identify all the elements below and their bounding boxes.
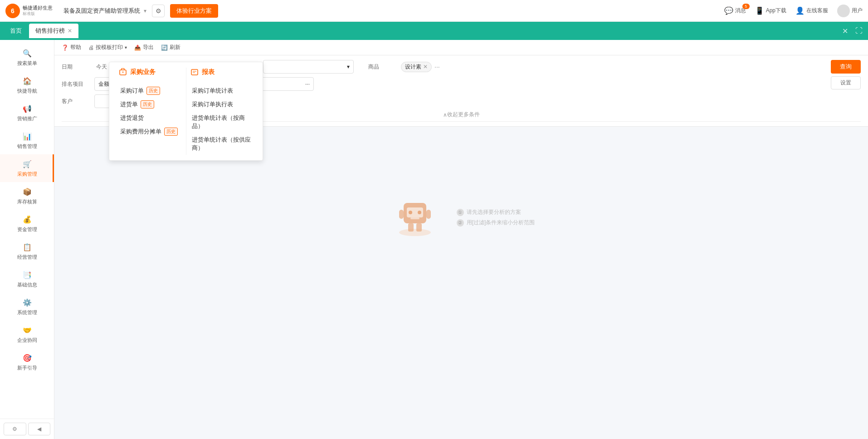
menu-item-report-2[interactable]: 进货单统计表（按商品）: [190, 111, 254, 133]
menu-item-report-1[interactable]: 采购订单执行表: [190, 98, 254, 111]
window-maximize-icon[interactable]: ⛶: [853, 25, 864, 37]
customer-label: 客户: [62, 98, 89, 105]
query-button[interactable]: 查询: [831, 60, 861, 74]
sidebar-item-system[interactable]: ⚙️ 系统管理: [0, 293, 54, 321]
logo-text: 畅捷通好生意: [23, 5, 53, 11]
sidebar-settings-button[interactable]: ⚙: [4, 423, 26, 435]
tab-sales-rank[interactable]: 销售排行榜 ✕: [29, 24, 78, 38]
settings-button[interactable]: 设置: [831, 76, 861, 89]
main-layout: 🔍 搜索菜单 🏠 快捷导航 📢 营销推广 📊 销售管理 🛒 采购管理 📦 库存核…: [0, 40, 868, 439]
app-download-button[interactable]: 📱 App下载: [755, 6, 786, 15]
svg-point-3: [409, 211, 412, 214]
export-button[interactable]: 📤 导出: [134, 44, 154, 51]
industry-button[interactable]: 体验行业方案: [170, 4, 218, 18]
svg-point-0: [399, 229, 431, 236]
sidebar-item-inventory[interactable]: 📦 库存核算: [0, 182, 54, 210]
user-area[interactable]: 用户: [837, 5, 863, 17]
message-button[interactable]: 💬 5 消息: [724, 6, 746, 15]
report-3-label: 进货单统计表（按供应商）: [192, 136, 252, 152]
date-chip-today[interactable]: 今天: [94, 62, 109, 72]
app-download-label: App下载: [766, 7, 786, 15]
date-label: 日期: [62, 63, 89, 71]
sidebar-item-finance[interactable]: 💰 资金管理: [0, 210, 54, 237]
title-arrow-icon[interactable]: ▾: [144, 8, 146, 14]
rank-value: 金额: [98, 80, 109, 88]
report-col-title: 报表: [202, 68, 215, 76]
sidebar-label-cooperation: 企业协同: [17, 337, 37, 344]
print-icon: 🖨: [88, 44, 94, 51]
marketing-icon: 📢: [22, 104, 32, 113]
sidebar-item-guide[interactable]: 🎯 新手引导: [0, 348, 54, 376]
purchase-icon: 🛒: [22, 159, 32, 169]
sidebar-label-finance: 资金管理: [17, 226, 37, 233]
user-name: 用户: [852, 7, 863, 15]
tab-bar: 首页 销售排行榜 ✕ ✕ ⛶: [0, 22, 868, 40]
menu-item-purchase-order[interactable]: 采购订单 历史: [118, 84, 182, 98]
help-label: 帮助: [70, 44, 81, 51]
settings-gear-button[interactable]: ⚙: [152, 5, 165, 17]
empty-illustration: [388, 194, 442, 241]
hint-text-1: 请先选择要分析的方案: [467, 208, 521, 216]
tab-bar-right: ✕ ⛶: [840, 25, 864, 37]
window-close-icon[interactable]: ✕: [840, 25, 850, 37]
svg-rect-7: [426, 210, 431, 219]
sidebar-item-search[interactable]: 🔍 搜索菜单: [0, 44, 54, 71]
rank-label: 排名项目: [62, 80, 89, 88]
expense-label: 采购费用分摊单: [120, 128, 161, 136]
history-tag-3: 历史: [164, 128, 178, 136]
sidebar-label-basic: 基础信息: [17, 281, 37, 288]
export-label: 导出: [143, 44, 154, 51]
tab-home-label: 首页: [10, 27, 22, 35]
help-icon: ❓: [62, 44, 68, 51]
sidebar-item-quick-nav[interactable]: 🏠 快捷导航: [0, 71, 54, 99]
menu-item-return[interactable]: 进货退货: [118, 111, 182, 125]
empty-hints: ① 请先选择要分析的方案 ② 用[过滤]条件来缩小分析范围: [457, 208, 535, 227]
goods-more-icon[interactable]: ···: [434, 63, 440, 70]
print-button[interactable]: 🖨 按模板打印 ▾: [88, 44, 127, 51]
online-service-button[interactable]: 👤 在线客服: [795, 6, 828, 15]
tab-home[interactable]: 首页: [4, 24, 28, 38]
collapse-label: 收起更多条件: [447, 111, 480, 118]
refresh-button[interactable]: 🔄 刷新: [161, 44, 180, 51]
print-arrow-icon: ▾: [125, 45, 127, 50]
report-col-header: 报表: [190, 68, 254, 79]
inventory-icon: 📦: [22, 187, 32, 197]
sidebar-label-sales: 销售管理: [17, 143, 37, 150]
history-tag-0: 历史: [146, 87, 160, 95]
receipt-label: 进货单: [120, 100, 138, 109]
sidebar-item-sales[interactable]: 📊 销售管理: [0, 127, 54, 154]
goods-tag-remove[interactable]: ✕: [423, 64, 428, 70]
logo-sub: 标准版: [23, 11, 53, 17]
status-select[interactable]: ▾: [263, 60, 354, 74]
sidebar-item-marketing[interactable]: 📢 营销推广: [0, 99, 54, 127]
svg-rect-5: [410, 217, 419, 219]
print-label: 按模板打印: [96, 44, 123, 51]
hint-num-1: ①: [457, 209, 464, 216]
report-2-label: 进货单统计表（按商品）: [192, 114, 252, 130]
purchase-col: 采购业务 采购订单 历史 进货单 历史 进货退货: [115, 68, 186, 155]
action-buttons: 查询 设置: [831, 60, 861, 89]
sidebar-item-operations[interactable]: 📋 经营管理: [0, 237, 54, 265]
sidebar-item-purchase[interactable]: 🛒 采购管理: [0, 154, 54, 182]
svg-rect-8: [408, 223, 414, 232]
system-title-text: 装备及固定资产辅助管理系统: [63, 7, 140, 15]
sidebar-item-basic[interactable]: 📑 基础信息: [0, 265, 54, 293]
menu-item-receipt[interactable]: 进货单 历史: [118, 98, 182, 111]
guide-icon: 🎯: [22, 353, 32, 363]
user-avatar: [837, 5, 850, 17]
menu-item-report-0[interactable]: 采购订单统计表: [190, 84, 254, 98]
help-button[interactable]: ❓ 帮助: [62, 44, 81, 51]
tab-sales-rank-label: 销售排行榜: [35, 27, 65, 35]
active-indicator: [53, 154, 54, 182]
sidebar-label-purchase: 采购管理: [17, 171, 37, 178]
menu-item-report-3[interactable]: 进货单统计表（按供应商）: [190, 133, 254, 155]
content-area: ❓ 帮助 🖨 按模板打印 ▾ 📤 导出 🔄 刷新: [54, 40, 868, 439]
operations-icon: 📋: [22, 242, 32, 252]
menu-item-expense[interactable]: 采购费用分摊单 历史: [118, 125, 182, 138]
tab-close-icon[interactable]: ✕: [68, 28, 72, 34]
search-icon: 🔍: [22, 48, 32, 58]
sidebar-collapse-button[interactable]: ◀: [28, 423, 51, 435]
sidebar-item-cooperation[interactable]: 🤝 企业协同: [0, 321, 54, 348]
goods-label: 商品: [368, 63, 395, 71]
purchase-order-label: 采购订单: [120, 87, 144, 95]
